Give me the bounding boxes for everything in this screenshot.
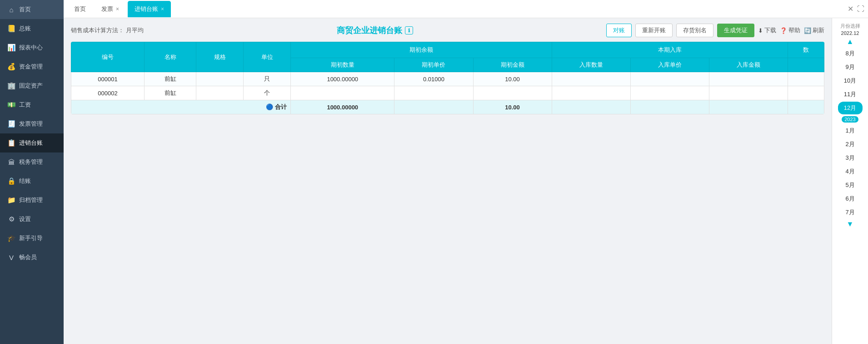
toolbar: 对账 重新开账 存货别名 生成凭证 ⬇ 下载 ❓ 帮助 🔄 刷新 bbox=[606, 24, 824, 37]
ledger-icon: 📒 bbox=[7, 25, 15, 33]
refresh-button[interactable]: 🔄 刷新 bbox=[804, 26, 824, 34]
sidebar-item-label: 首页 bbox=[19, 5, 31, 14]
month-item-11[interactable]: 11月 bbox=[838, 88, 863, 101]
sidebar: ⌂ 首页 📒 总账 📊 报表中心 💰 资金管理 🏢 固定资产 💵 工资 🧾 发票… bbox=[0, 0, 64, 344]
cell-price-init: 0.01000 bbox=[394, 72, 473, 86]
archive-icon: 📁 bbox=[7, 196, 15, 204]
settings-icon: ⚙ bbox=[7, 215, 15, 223]
cell-extra bbox=[788, 86, 824, 100]
cell-extra bbox=[788, 72, 824, 86]
sidebar-item-label: 设置 bbox=[19, 215, 31, 223]
sidebar-item-label: 固定资产 bbox=[19, 82, 43, 90]
col-header-amt-in: 入库金额 bbox=[709, 58, 788, 72]
cost-method: 销售成本计算方法： 月平均 bbox=[71, 26, 144, 34]
sidebar-item-label: 进销台账 bbox=[19, 139, 43, 147]
col-header-price-init: 期初单价 bbox=[394, 58, 473, 72]
sidebar-item-funds[interactable]: 💰 资金管理 bbox=[0, 57, 64, 76]
cell-price-in bbox=[630, 86, 709, 100]
cell-price-in bbox=[630, 72, 709, 86]
window-close-button[interactable]: ✕ bbox=[848, 5, 853, 13]
total-qty-in bbox=[552, 100, 630, 114]
assets-icon: 🏢 bbox=[7, 82, 15, 90]
scroll-down-button[interactable]: ▼ bbox=[847, 219, 854, 229]
scroll-up-button[interactable]: ▲ bbox=[847, 37, 854, 47]
cell-amt-in bbox=[709, 72, 788, 86]
reconcile-button[interactable]: 对账 bbox=[606, 24, 632, 37]
window-maximize-button[interactable]: ⛶ bbox=[857, 5, 864, 13]
tab-invoice-close[interactable]: × bbox=[116, 6, 119, 12]
col-header-extra bbox=[788, 58, 824, 72]
help-icon: ❓ bbox=[780, 27, 787, 34]
sidebar-item-reports[interactable]: 📊 报表中心 bbox=[0, 38, 64, 57]
month-item-1[interactable]: 1月 bbox=[838, 124, 863, 137]
cell-amt-init: 10.00 bbox=[473, 72, 552, 86]
page-body: 销售成本计算方法： 月平均 商贸企业进销台账 ℹ 对账 重新开账 存货别名 生成… bbox=[64, 18, 832, 344]
reopen-button[interactable]: 重新开账 bbox=[635, 24, 673, 37]
download-icon: ⬇ bbox=[758, 27, 763, 34]
home-icon: ⌂ bbox=[7, 6, 15, 14]
month-item-3[interactable]: 3月 bbox=[838, 152, 863, 164]
tab-purchase-sale-close[interactable]: × bbox=[161, 6, 164, 12]
cell-amt-init bbox=[473, 86, 552, 100]
cell-no: 000002 bbox=[71, 86, 145, 100]
col-header-no: 编号 bbox=[71, 42, 145, 72]
sidebar-item-label: 结账 bbox=[19, 177, 31, 185]
col-header-more: 数 bbox=[788, 42, 824, 58]
sidebar-item-invoice-mgmt[interactable]: 🧾 发票管理 bbox=[0, 114, 64, 133]
month-item-2[interactable]: 2月 bbox=[838, 138, 863, 151]
table-wrapper: 编号 名称 规格 单位 期初余额 本期入库 数 期初数量 期初单价 期初金额 bbox=[71, 42, 824, 114]
close-period-icon: 🔒 bbox=[7, 177, 15, 185]
tab-home[interactable]: 首页 bbox=[67, 1, 93, 17]
cell-unit: 个 bbox=[244, 86, 291, 100]
cost-method-label: 销售成本计算方法： bbox=[71, 27, 124, 34]
save-as-button[interactable]: 存货别名 bbox=[676, 24, 713, 37]
total-row: 🔵合计 1000.00000 10.00 bbox=[71, 100, 824, 114]
sidebar-item-vip[interactable]: V 畅会员 bbox=[0, 248, 64, 267]
sidebar-item-ledger[interactable]: 📒 总账 bbox=[0, 19, 64, 38]
table-row: 000001 前缸 只 1000.00000 0.01000 10.00 bbox=[71, 72, 824, 86]
total-label: 🔵合计 bbox=[71, 100, 291, 114]
sidebar-item-label: 总账 bbox=[19, 25, 31, 33]
sidebar-item-label: 归档管理 bbox=[19, 196, 43, 204]
purchase-sale-icon: 📋 bbox=[7, 139, 15, 147]
sidebar-item-home[interactable]: ⌂ 首页 bbox=[0, 0, 64, 19]
sidebar-item-assets[interactable]: 🏢 固定资产 bbox=[0, 76, 64, 95]
download-button[interactable]: ⬇ 下载 bbox=[758, 26, 776, 34]
col-header-name: 名称 bbox=[144, 42, 196, 72]
month-item-5[interactable]: 5月 bbox=[838, 179, 863, 192]
cost-method-value: 月平均 bbox=[126, 27, 144, 34]
generate-button[interactable]: 生成凭证 bbox=[717, 24, 754, 37]
sidebar-item-purchase-sale[interactable]: 📋 进销台账 bbox=[0, 133, 64, 152]
sidebar-item-close[interactable]: 🔒 结账 bbox=[0, 172, 64, 191]
sidebar-item-settings[interactable]: ⚙ 设置 bbox=[0, 210, 64, 229]
funds-icon: 💰 bbox=[7, 63, 15, 71]
col-header-unit: 单位 bbox=[244, 42, 291, 72]
month-item-12[interactable]: 12月 bbox=[838, 102, 863, 114]
month-panel: 月份选择 2022.12 ▲ 8月 9月 10月 11月 12月 2023 1月… bbox=[832, 18, 868, 344]
month-item-7-2023[interactable]: 7月 bbox=[838, 206, 863, 219]
refresh-icon: 🔄 bbox=[804, 27, 811, 34]
sidebar-item-payroll[interactable]: 💵 工资 bbox=[0, 95, 64, 114]
col-header-price-in: 入库单价 bbox=[630, 58, 709, 72]
month-item-10[interactable]: 10月 bbox=[838, 74, 863, 87]
month-item-6[interactable]: 6月 bbox=[838, 192, 863, 205]
sidebar-item-label: 工资 bbox=[19, 101, 31, 109]
help-button[interactable]: ❓ 帮助 bbox=[780, 26, 800, 34]
tab-purchase-sale[interactable]: 进销台账 × bbox=[128, 1, 171, 17]
total-extra bbox=[788, 100, 824, 114]
month-item-8[interactable]: 8月 bbox=[838, 47, 863, 60]
col-header-qty-init: 期初数量 bbox=[291, 58, 394, 72]
sidebar-item-archive[interactable]: 📁 归档管理 bbox=[0, 191, 64, 210]
vip-icon: V bbox=[7, 254, 15, 261]
info-icon[interactable]: ℹ bbox=[405, 26, 413, 34]
tab-invoice[interactable]: 发票 × bbox=[95, 1, 126, 17]
sidebar-item-guide[interactable]: 🎓 新手引导 bbox=[0, 229, 64, 248]
tab-bar: 首页 发票 × 进销台账 × ✕ ⛶ bbox=[64, 0, 868, 18]
col-header-amt-init: 期初金额 bbox=[473, 58, 552, 72]
month-item-9[interactable]: 9月 bbox=[838, 61, 863, 74]
page-title: 商贸企业进销台账 ℹ bbox=[337, 25, 413, 36]
cell-unit: 只 bbox=[244, 72, 291, 86]
month-item-4[interactable]: 4月 bbox=[838, 165, 863, 178]
sidebar-item-tax[interactable]: 🏛 税务管理 bbox=[0, 152, 64, 172]
invoice-mgmt-icon: 🧾 bbox=[7, 120, 15, 128]
